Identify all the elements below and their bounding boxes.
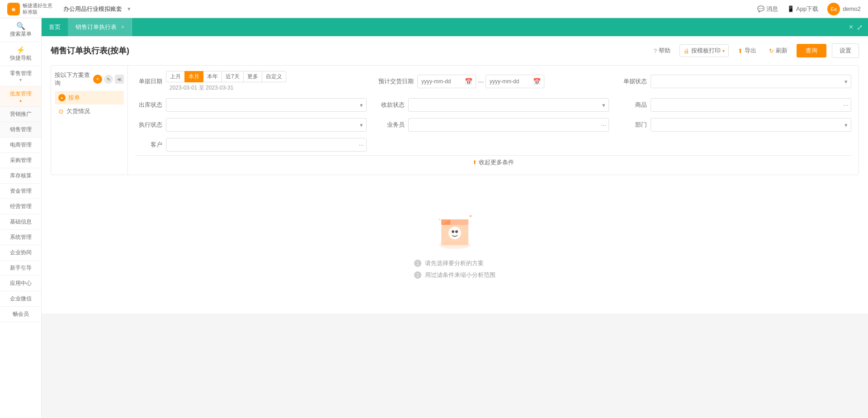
- payment-status-select[interactable]: [408, 98, 609, 112]
- query-button[interactable]: 查询: [797, 44, 826, 57]
- delivery-status-select[interactable]: [166, 98, 367, 112]
- date-field: 单据日期 上月 本月 本年 近7天 更多 自定义: [135, 71, 367, 92]
- collapse-panel-button[interactable]: ≪: [115, 75, 124, 84]
- main-split: 按以下方案查询 + ✎ ≪: [51, 65, 859, 175]
- salesman-control: ···: [408, 118, 609, 132]
- help-button[interactable]: ? 帮助: [650, 45, 674, 57]
- logo-icon: 畅: [7, 3, 20, 15]
- scheme-active-dot: ●: [58, 94, 66, 101]
- breadcrumb-arrow[interactable]: ▾: [127, 5, 131, 12]
- tab-home[interactable]: 首页: [42, 18, 68, 36]
- sidebar-item-search[interactable]: 🔍 搜索菜单: [0, 18, 41, 42]
- payment-status-control: ▾: [408, 98, 609, 112]
- scheme-icon: ⊙: [58, 108, 64, 115]
- left-panel-title: 按以下方案查询: [55, 71, 93, 87]
- expected-date-start-input[interactable]: [417, 75, 476, 88]
- sidebar-item-membership[interactable]: 畅会员: [0, 307, 41, 322]
- status-label: 单据状态: [620, 77, 647, 86]
- window-close-button[interactable]: ×: [849, 23, 853, 31]
- tab-sales-order[interactable]: 销售订单执行表 ×: [68, 18, 132, 36]
- sidebar-item-finance[interactable]: 资金管理: [0, 184, 41, 199]
- sidebar-item-system[interactable]: 系统管理: [0, 230, 41, 245]
- sidebar-item-quick-nav[interactable]: ⚡ 快捷导航: [0, 42, 41, 66]
- customer-input[interactable]: [166, 138, 367, 152]
- collapse-up-icon: ⬆: [472, 159, 477, 166]
- expected-date-end-wrapper: 📅: [486, 75, 544, 88]
- delivery-status-field: 出库状态 ▾: [135, 98, 367, 112]
- sidebar-item-retail[interactable]: 零售管理 ▾: [0, 66, 41, 86]
- status-control: ▾: [651, 75, 851, 88]
- message-button[interactable]: 💬 消息: [757, 5, 778, 13]
- goods-control: ···: [651, 98, 851, 112]
- help-icon: ?: [654, 48, 657, 54]
- department-control: ▾: [651, 118, 851, 132]
- top-header: 畅 畅捷通好生意 标准版 办公用品行业模拟账套 ▾ 💬 消息 📱 App下载 E…: [0, 0, 868, 18]
- scheme-item-shortage[interactable]: ⊙ 欠货情况: [55, 104, 124, 118]
- sidebar-item-guide[interactable]: 新手引导: [0, 261, 41, 276]
- date-separator: —: [478, 78, 484, 85]
- add-scheme-button[interactable]: +: [93, 75, 102, 84]
- goods-input[interactable]: [651, 98, 851, 112]
- payment-status-label: 收款状态: [377, 101, 405, 109]
- delivery-status-label: 出库状态: [135, 101, 162, 109]
- date-range-text: 2023-03-01 至 2023-03-31: [170, 84, 367, 92]
- sidebar-item-marketing[interactable]: 营销推广: [0, 107, 41, 122]
- content-area: 首页 销售订单执行表 × × ⤢ 销售订单执行表(按单) ?: [42, 18, 868, 418]
- empty-state: ✦ ✦ ✦ 1 请先选择要分析的方案 2 用过滤条件来缩小分析范围: [51, 175, 859, 306]
- tab-close-icon[interactable]: ×: [121, 24, 124, 30]
- execution-status-control: ▾: [166, 118, 367, 132]
- sidebar-item-ecommerce[interactable]: 电商管理: [0, 138, 41, 153]
- expected-date-end-input[interactable]: [486, 75, 544, 88]
- salesman-input[interactable]: [408, 118, 609, 132]
- sidebar-item-sales[interactable]: 销售管理: [0, 122, 41, 138]
- scheme-item-single[interactable]: ● 按单: [55, 91, 124, 104]
- sidebar-item-enterprise[interactable]: 企业协同: [0, 245, 41, 261]
- sidebar-item-operations[interactable]: 经营管理: [0, 199, 41, 214]
- left-panel-actions: + ✎ ≪: [93, 75, 124, 84]
- date-custom-tab[interactable]: 自定义: [262, 71, 286, 82]
- expected-date-label: 预计交货日期: [377, 77, 414, 86]
- date-this-year-tab[interactable]: 本年: [203, 71, 222, 82]
- edit-icon: ✎: [107, 77, 110, 82]
- salesman-field: 业务员 ···: [377, 118, 609, 132]
- page-content: 销售订单执行表(按单) ? 帮助 🖨 按模板打印 ▾ ⬆: [42, 36, 868, 418]
- print-button[interactable]: 🖨 按模板打印 ▾: [679, 44, 729, 57]
- execution-status-select[interactable]: [166, 118, 367, 132]
- empty-tip-2: 2 用过滤条件来缩小分析范围: [414, 271, 495, 279]
- edit-scheme-button[interactable]: ✎: [104, 75, 113, 84]
- collapse-filter-label: 收起更多条件: [479, 158, 514, 166]
- svg-point-5: [452, 230, 454, 233]
- print-dropdown-icon: ▾: [722, 48, 725, 53]
- execution-status-label: 执行状态: [135, 121, 162, 129]
- sidebar-item-wechat[interactable]: 企业微信: [0, 291, 41, 307]
- sidebar-item-basics[interactable]: 基础信息: [0, 214, 41, 230]
- status-field: 单据状态 ▾: [620, 75, 851, 88]
- print-icon: 🖨: [684, 48, 689, 54]
- header-right: 💬 消息 📱 App下载 Ea demo2: [757, 3, 861, 15]
- status-select[interactable]: [651, 75, 851, 88]
- expected-date-start-wrapper: 📅: [417, 75, 476, 88]
- date-more-tab[interactable]: 更多: [243, 71, 262, 82]
- department-select[interactable]: [651, 118, 851, 132]
- sidebar-item-inventory[interactable]: 库存核算: [0, 168, 41, 184]
- sidebar-item-wholesale[interactable]: 批发管理 ▴: [0, 86, 41, 107]
- app-download-button[interactable]: 📱 App下载: [787, 5, 818, 13]
- tip-num-2: 2: [414, 271, 421, 279]
- sidebar-item-app-center[interactable]: 应用中心: [0, 276, 41, 291]
- breadcrumb-title: 办公用品行业模拟账套: [63, 5, 122, 13]
- user-menu[interactable]: Ea demo2: [827, 3, 861, 15]
- customer-field: 客户 ···: [135, 138, 367, 152]
- date-prev-month-tab[interactable]: 上月: [166, 71, 185, 82]
- settings-button[interactable]: 设置: [832, 43, 859, 58]
- collapse-filter-button[interactable]: ⬆ 收起更多条件: [135, 155, 851, 169]
- date-recent7-tab[interactable]: 近7天: [222, 71, 244, 82]
- window-max-button[interactable]: ⤢: [857, 23, 863, 32]
- sidebar-item-purchase[interactable]: 采购管理: [0, 153, 41, 168]
- delivery-status-control: ▾: [166, 98, 367, 112]
- empty-tip-1: 1 请先选择要分析的方案: [414, 259, 495, 267]
- refresh-button[interactable]: ↻ 刷新: [765, 45, 791, 57]
- logo-area: 畅 畅捷通好生意 标准版: [7, 3, 52, 15]
- date-this-month-tab[interactable]: 本月: [184, 71, 203, 82]
- svg-text:✦: ✦: [468, 213, 473, 219]
- export-button[interactable]: ⬆ 导出: [734, 45, 760, 57]
